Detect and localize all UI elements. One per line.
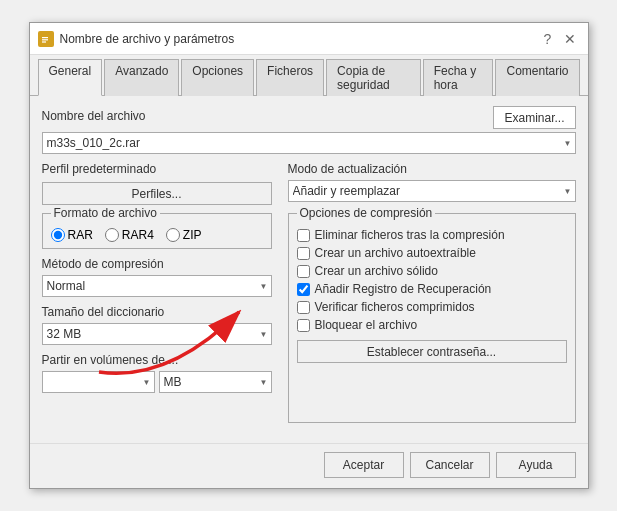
compression-options-title: Opciones de compresión: [297, 206, 436, 220]
tab-ficheros[interactable]: Ficheros: [256, 59, 324, 96]
vol-select[interactable]: [42, 371, 155, 393]
radio-zip[interactable]: [166, 228, 180, 242]
window-controls: ? ✕: [538, 29, 580, 49]
metodo-combo-wrapper: Normal: [42, 275, 272, 297]
tab-general[interactable]: General: [38, 59, 103, 96]
radio-rar[interactable]: [51, 228, 65, 242]
modo-select[interactable]: Añadir y reemplazar: [288, 180, 576, 202]
check-opt3-label[interactable]: Crear un archivo sólido: [297, 264, 567, 278]
modo-combo-wrapper: Añadir y reemplazar: [288, 180, 576, 202]
format-radio-group: RAR RAR4 ZIP: [51, 228, 263, 242]
svg-rect-1: [42, 37, 48, 38]
tab-comentario[interactable]: Comentario: [495, 59, 579, 96]
aceptar-button[interactable]: Aceptar: [324, 452, 404, 478]
radio-rar4-label[interactable]: RAR4: [105, 228, 154, 242]
bottom-bar: Aceptar Cancelar Ayuda: [30, 443, 588, 488]
svg-rect-2: [42, 39, 48, 40]
tab-avanzado[interactable]: Avanzado: [104, 59, 179, 96]
filename-combo-wrapper: m33s_010_2c.rar: [42, 132, 576, 154]
password-button[interactable]: Establecer contraseña...: [297, 340, 567, 363]
vol-label: Partir en volúmenes de ...: [42, 353, 272, 367]
vol-combo-wrapper: [42, 371, 155, 393]
tab-bar: General Avanzado Opciones Ficheros Copia…: [30, 55, 588, 96]
radio-rar4[interactable]: [105, 228, 119, 242]
tamanio-combo-wrapper: 32 MB: [42, 323, 272, 345]
svg-rect-3: [42, 41, 46, 42]
check-opt6-label[interactable]: Bloquear el archivo: [297, 318, 567, 332]
check-opt5-label[interactable]: Verificar ficheros comprimidos: [297, 300, 567, 314]
check-opt3[interactable]: [297, 265, 310, 278]
check-opt5[interactable]: [297, 301, 310, 314]
vol-unit-wrapper: MB: [159, 371, 272, 393]
tab-copia[interactable]: Copia de seguridad: [326, 59, 421, 96]
tamanio-select[interactable]: 32 MB: [42, 323, 272, 345]
formato-label: Formato de archivo: [51, 206, 160, 220]
app-icon: [38, 31, 54, 47]
close-button[interactable]: ✕: [560, 29, 580, 49]
tab-opciones[interactable]: Opciones: [181, 59, 254, 96]
cancelar-button[interactable]: Cancelar: [410, 452, 490, 478]
vol-unit-select[interactable]: MB: [159, 371, 272, 393]
compression-options-group: Opciones de compresión Eliminar ficheros…: [288, 213, 576, 423]
nombre-archivo-label: Nombre del archivo: [42, 109, 146, 123]
check-opt4-label[interactable]: Añadir Registro de Recuperación: [297, 282, 567, 296]
metodo-select[interactable]: Normal: [42, 275, 272, 297]
tab-fecha[interactable]: Fecha y hora: [423, 59, 494, 96]
examinar-button[interactable]: Examinar...: [493, 106, 575, 129]
radio-zip-label[interactable]: ZIP: [166, 228, 202, 242]
check-opt2-label[interactable]: Crear un archivo autoextraíble: [297, 246, 567, 260]
metodo-label: Método de compresión: [42, 257, 272, 271]
filename-select[interactable]: m33s_010_2c.rar: [42, 132, 576, 154]
dialog-title: Nombre de archivo y parámetros: [60, 32, 235, 46]
check-opt6[interactable]: [297, 319, 310, 332]
check-opt1[interactable]: [297, 229, 310, 242]
check-opt1-label[interactable]: Eliminar ficheros tras la compresión: [297, 228, 567, 242]
check-opt4[interactable]: [297, 283, 310, 296]
tamanio-label: Tamaño del diccionario: [42, 305, 272, 319]
radio-rar-label[interactable]: RAR: [51, 228, 93, 242]
formato-group: Formato de archivo RAR RAR4: [42, 213, 272, 249]
perfiles-button[interactable]: Perfiles...: [42, 182, 272, 205]
check-opt2[interactable]: [297, 247, 310, 260]
ayuda-button[interactable]: Ayuda: [496, 452, 576, 478]
perfil-label: Perfil predeterminado: [42, 162, 272, 176]
help-button[interactable]: ?: [538, 29, 558, 49]
title-bar: Nombre de archivo y parámetros ? ✕: [30, 23, 588, 55]
modo-label: Modo de actualización: [288, 162, 576, 176]
